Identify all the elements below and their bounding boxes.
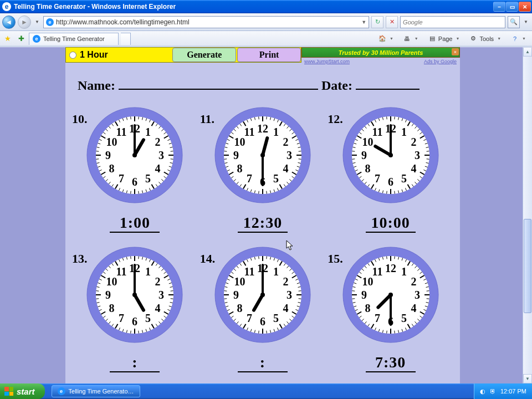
svg-line-18 (171, 159, 173, 160)
svg-text:4: 4 (155, 162, 161, 175)
address-dropdown-icon[interactable]: ▼ (361, 19, 366, 25)
svg-line-108 (267, 191, 267, 194)
ad-banner[interactable]: Trusted by 30 Million Parents (301, 47, 460, 58)
address-bar[interactable]: e http://www.mathnook.com/tellingtimegen… (43, 16, 369, 28)
taskbar-item[interactable]: e Telling Time Generato… (52, 385, 140, 397)
windows-logo-icon (4, 387, 13, 396)
svg-line-33 (131, 191, 131, 194)
forward-button[interactable]: ► (18, 16, 31, 29)
svg-line-354 (224, 299, 227, 299)
svg-line-46 (96, 159, 99, 160)
taskbar: start e Telling Time Generato… ◐ ⛨ 12:07… (0, 383, 532, 399)
start-button[interactable]: start (0, 383, 45, 399)
date-blank (356, 79, 420, 90)
generator-toolbar: 1 Hour Generate Print (65, 47, 301, 63)
favorites-icon[interactable]: ★ (2, 33, 13, 44)
tools-menu[interactable]: ⚙Tools▼ (466, 33, 505, 45)
svg-line-431 (352, 299, 355, 299)
scroll-thumb[interactable] (524, 219, 531, 313)
svg-point-461 (388, 293, 393, 297)
svg-text:5: 5 (273, 172, 279, 185)
maximize-button[interactable]: ▭ (506, 2, 518, 12)
system-tray[interactable]: ◐ ⛨ 12:07 PM (474, 383, 532, 399)
svg-line-388 (394, 256, 395, 259)
svg-text:9: 9 (105, 289, 111, 301)
ad-close-icon[interactable]: × (452, 48, 459, 55)
new-tab-button[interactable] (121, 33, 131, 45)
search-input[interactable] (400, 16, 505, 28)
scroll-down-button[interactable]: ▼ (523, 374, 532, 383)
svg-line-138 (259, 116, 259, 119)
svg-text:7: 7 (247, 312, 252, 324)
svg-line-48 (96, 151, 99, 152)
svg-text:6: 6 (132, 176, 137, 188)
svg-line-110 (259, 191, 259, 194)
minimize-button[interactable]: – (493, 2, 505, 12)
clock-item: 10. 123456789101112 1:00 (72, 106, 198, 233)
question-number: 11. (200, 112, 214, 126)
print-button[interactable]: 🖶▼ (400, 33, 422, 45)
worksheet: Name: Date: 10. 123456789101112 1:00 11.… (65, 66, 460, 383)
svg-line-3 (139, 116, 139, 119)
taskbar-item-icon: e (58, 387, 65, 395)
back-button[interactable]: ◄ (2, 16, 16, 29)
close-button[interactable]: ✕ (519, 2, 531, 12)
add-favorite-icon[interactable]: ✚ (16, 33, 27, 44)
svg-point-307 (132, 293, 137, 297)
stop-button[interactable]: ✕ (386, 16, 398, 28)
page-menu[interactable]: ▤Page▼ (424, 33, 464, 45)
tray-icon-2[interactable]: ⛨ (490, 388, 496, 395)
svg-line-80 (267, 116, 267, 119)
svg-line-324 (299, 291, 301, 291)
help-menu[interactable]: ?▼ (507, 33, 530, 45)
question-number: 14. (200, 252, 216, 266)
svg-text:11: 11 (372, 265, 382, 278)
gear-icon: ⚙ (469, 35, 477, 43)
svg-line-200 (352, 159, 355, 160)
svg-text:9: 9 (233, 149, 239, 161)
svg-line-292 (131, 256, 131, 259)
question-number: 10. (72, 112, 88, 126)
svg-text:1: 1 (401, 265, 407, 278)
search-dropdown[interactable]: ▼ (522, 19, 530, 24)
svg-text:3: 3 (415, 289, 420, 301)
ad-area: Trusted by 30 Million Parents × www.Jump… (301, 47, 460, 66)
svg-text:9: 9 (361, 149, 367, 161)
page-content: 1 Hour Generate Print Trusted by 30 Mill… (65, 47, 460, 383)
scroll-up-button[interactable]: ▲ (523, 47, 532, 57)
name-label: Name: (78, 78, 115, 93)
refresh-button[interactable]: ↻ (371, 16, 383, 28)
svg-text:5: 5 (401, 172, 407, 185)
svg-text:6: 6 (260, 315, 265, 328)
svg-text:12: 12 (257, 122, 268, 135)
svg-line-234 (139, 256, 139, 259)
option-1hour-radio[interactable] (69, 52, 76, 59)
nav-history-dropdown[interactable]: ▼ (33, 19, 41, 24)
browser-tab[interactable]: e Telling Time Generator (29, 33, 119, 45)
vertical-scrollbar[interactable]: ▲ ▼ (523, 47, 532, 383)
svg-line-172 (426, 159, 429, 160)
question-number: 13. (72, 252, 88, 266)
svg-text:7: 7 (375, 312, 380, 324)
page-icon-cmd: ▤ (428, 35, 436, 43)
svg-text:1: 1 (145, 265, 151, 278)
ad-link[interactable]: www.JumpStart.com (304, 59, 350, 64)
tray-icon-1[interactable]: ◐ (480, 388, 485, 395)
search-button[interactable]: 🔍 (508, 16, 520, 28)
svg-point-76 (132, 153, 137, 157)
clock-item: 14. 123456789101112 : (200, 246, 326, 372)
print-worksheet-button[interactable]: Print (237, 48, 301, 62)
home-button[interactable]: 🏠▼ (375, 33, 397, 45)
tab-label: Telling Time Generator (43, 35, 105, 42)
svg-text:5: 5 (145, 172, 151, 185)
svg-line-262 (139, 331, 139, 334)
svg-line-403 (426, 299, 429, 299)
svg-text:8: 8 (365, 302, 370, 314)
ads-by-link[interactable]: Ads by Google (424, 59, 457, 64)
svg-line-277 (96, 299, 99, 299)
svg-text:1: 1 (273, 265, 279, 278)
svg-text:10: 10 (106, 136, 117, 148)
svg-point-153 (260, 153, 265, 157)
generate-button[interactable]: Generate (172, 48, 236, 62)
window-titlebar: Telling Time Generator - Windows Interne… (0, 0, 532, 13)
